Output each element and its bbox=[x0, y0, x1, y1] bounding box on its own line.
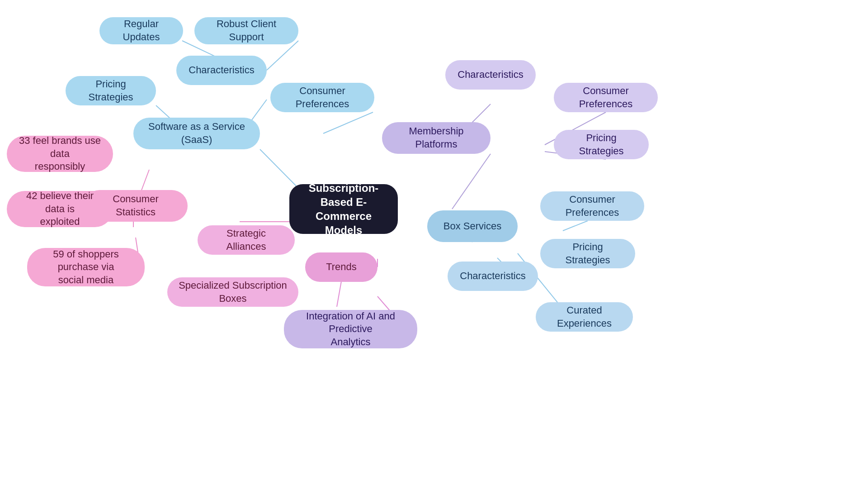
mem-char-label: Characteristics bbox=[458, 68, 523, 81]
stat2-node: 42 believe their data isexploited bbox=[7, 191, 113, 227]
stat3-node: 59 of shoppers purchase viasocial media bbox=[27, 248, 145, 286]
box-services-label: Box Services bbox=[443, 220, 501, 233]
saas-pricing-node: Pricing Strategies bbox=[66, 76, 156, 105]
robust-support-node: Robust Client Support bbox=[194, 17, 298, 44]
mem-pricing-label: Pricing Strategies bbox=[565, 132, 638, 157]
svg-line-6 bbox=[452, 154, 491, 209]
curated-node: Curated Experiences bbox=[536, 302, 633, 332]
stat3-label: 59 of shoppers purchase viasocial media bbox=[38, 248, 134, 287]
svg-line-16 bbox=[337, 281, 341, 307]
saas-char-label: Characteristics bbox=[189, 64, 254, 77]
membership-label: Membership Platforms bbox=[393, 125, 480, 151]
box-consumer-node: Consumer Preferences bbox=[540, 191, 644, 221]
mem-consumer-label: Consumer Preferences bbox=[565, 85, 647, 110]
curated-label: Curated Experiences bbox=[547, 304, 622, 330]
strategic-label: Strategic Alliances bbox=[208, 227, 284, 253]
saas-label: Software as a Service (SaaS) bbox=[144, 120, 249, 146]
trends-label: Trends bbox=[326, 261, 357, 274]
specialized-node: Specialized Subscription Boxes bbox=[167, 277, 298, 307]
integration-label: Integration of AI and PredictiveAnalytic… bbox=[295, 310, 406, 349]
mem-char-node: Characteristics bbox=[445, 60, 536, 90]
regular-updates-label: Regular Updates bbox=[110, 18, 172, 43]
saas-pricing-label: Pricing Strategies bbox=[76, 78, 145, 104]
specialized-label: Specialized Subscription Boxes bbox=[178, 279, 288, 305]
mem-consumer-node: Consumer Preferences bbox=[554, 83, 658, 112]
svg-line-3 bbox=[267, 41, 298, 70]
box-char-node: Characteristics bbox=[448, 262, 538, 291]
saas-node: Software as a Service (SaaS) bbox=[133, 118, 260, 149]
svg-line-19 bbox=[563, 221, 588, 231]
trends-node: Trends bbox=[305, 252, 377, 282]
box-pricing-label: Pricing Strategies bbox=[551, 241, 624, 266]
stat1-node: 33 feel brands use dataresponsibly bbox=[7, 136, 113, 172]
robust-support-label: Robust Client Support bbox=[205, 18, 288, 43]
box-consumer-label: Consumer Preferences bbox=[551, 193, 633, 219]
saas-consumer-label: Consumer Preferences bbox=[281, 85, 363, 110]
stat1-label: 33 feel brands use dataresponsibly bbox=[18, 134, 102, 173]
box-char-label: Characteristics bbox=[460, 270, 525, 283]
center-node: Subscription-Based E-Commerce Models bbox=[289, 184, 398, 234]
svg-line-5 bbox=[323, 112, 373, 133]
integration-node: Integration of AI and PredictiveAnalytic… bbox=[284, 310, 417, 348]
box-services-node: Box Services bbox=[427, 210, 518, 242]
regular-updates-node: Regular Updates bbox=[99, 17, 183, 44]
center-label: Subscription-Based E-Commerce Models bbox=[300, 181, 387, 238]
stat2-label: 42 believe their data isexploited bbox=[18, 190, 102, 228]
mem-pricing-node: Pricing Strategies bbox=[554, 130, 649, 159]
saas-char-node: Characteristics bbox=[176, 56, 267, 85]
saas-consumer-node: Consumer Preferences bbox=[270, 83, 374, 112]
box-pricing-node: Pricing Strategies bbox=[540, 239, 635, 268]
strategic-node: Strategic Alliances bbox=[198, 225, 295, 255]
membership-node: Membership Platforms bbox=[382, 122, 491, 154]
